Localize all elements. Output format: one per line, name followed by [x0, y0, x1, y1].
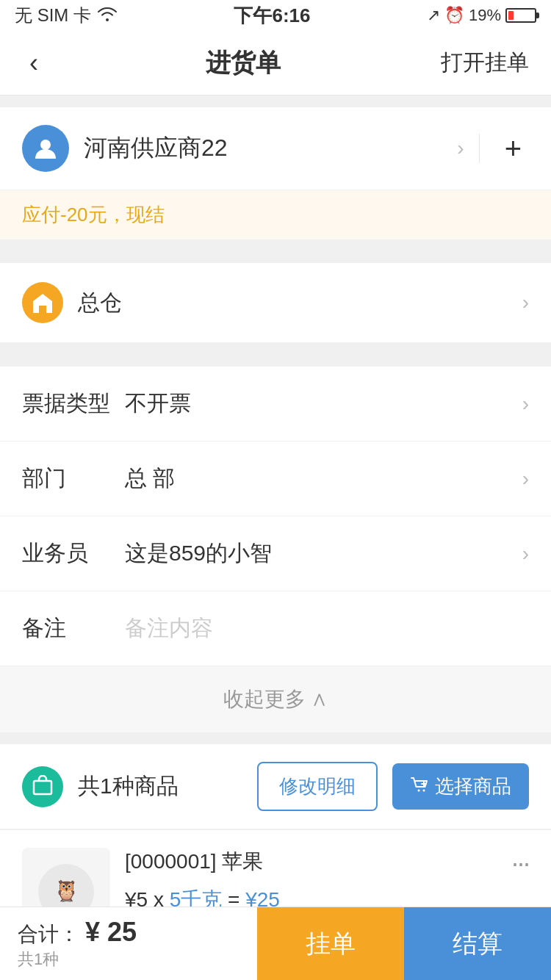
notice-bar: 应付-20元，现结	[0, 190, 551, 239]
salesperson-chevron-icon: ›	[522, 542, 529, 566]
product-header: 共1种商品 修改明细 选择商品	[0, 744, 551, 829]
warehouse-name: 总仓	[78, 288, 522, 318]
back-button[interactable]: ‹	[22, 40, 46, 86]
collapse-label: 收起更多 ∧	[223, 688, 328, 710]
alarm-icon: ⏰	[444, 6, 464, 25]
remark-label: 备注	[22, 613, 125, 644]
notice-text: 应付-20元，现结	[22, 203, 165, 226]
form-section: 票据类型 不开票 › 部门 总 部 › 业务员 这是859的小智 › 备注 备注…	[0, 355, 551, 666]
product-name: [0000001] 苹果	[125, 848, 497, 876]
status-bar: 无 SIM 卡 下午6:16 ↗ ⏰ 19%	[0, 0, 551, 31]
remark-row[interactable]: 备注 备注内容	[0, 591, 551, 666]
product-count: 共1种商品	[78, 771, 242, 801]
svg-text:🦉: 🦉	[54, 879, 79, 903]
department-value: 总 部	[125, 464, 515, 494]
product-code: [0000001]	[125, 850, 222, 873]
department-row[interactable]: 部门 总 部 ›	[0, 442, 551, 516]
invoice-type-value: 不开票	[125, 389, 515, 419]
page-title: 进货单	[206, 46, 281, 80]
supplier-avatar	[22, 125, 69, 172]
salesperson-value: 这是859的小智	[125, 538, 515, 569]
salesperson-row[interactable]: 业务员 这是859的小智 ›	[0, 516, 551, 591]
status-left: 无 SIM 卡	[15, 4, 118, 27]
edit-detail-button[interactable]: 修改明细	[257, 762, 378, 811]
warehouse-chevron-icon: ›	[522, 291, 529, 314]
salesperson-label: 业务员	[22, 538, 125, 569]
supplier-chevron-icon: ›	[457, 137, 464, 160]
battery-icon	[505, 8, 536, 23]
svg-rect-2	[34, 781, 51, 794]
svg-point-3	[418, 790, 420, 792]
wifi-icon	[97, 5, 118, 26]
location-icon: ↗	[427, 6, 440, 25]
select-product-button[interactable]: 选择商品	[392, 763, 529, 810]
supplier-row[interactable]: 河南供应商22 › +	[0, 107, 551, 190]
product-info: [0000001] 苹果 ¥5 x 5千克 = ¥25	[125, 848, 497, 914]
total-row: 合计： ¥ 25	[18, 917, 240, 948]
open-hang-button[interactable]: 打开挂单	[441, 48, 529, 78]
department-label: 部门	[22, 464, 125, 494]
invoice-type-row[interactable]: 票据类型 不开票 ›	[0, 367, 551, 442]
add-supplier-button[interactable]: +	[497, 132, 529, 165]
svg-point-4	[423, 790, 425, 792]
svg-rect-1	[39, 306, 46, 313]
invoice-type-chevron-icon: ›	[522, 392, 529, 416]
warehouse-row[interactable]: 总仓 ›	[0, 263, 551, 343]
status-time: 下午6:16	[234, 3, 310, 29]
supplier-name: 河南供应商22	[84, 132, 457, 165]
hang-button[interactable]: 挂单	[257, 907, 404, 980]
product-title: 苹果	[222, 850, 263, 873]
remark-placeholder[interactable]: 备注内容	[125, 613, 529, 644]
total-amount: ¥ 25	[85, 917, 137, 948]
status-right: ↗ ⏰ 19%	[427, 6, 536, 25]
nav-bar: ‹ 进货单 打开挂单	[0, 31, 551, 96]
svg-point-0	[40, 140, 51, 150]
product-section-icon	[22, 766, 63, 807]
battery-percent: 19%	[469, 6, 501, 25]
supplier-section: 河南供应商22 › + 应付-20元，现结	[0, 107, 551, 239]
bottom-bar: 合计： ¥ 25 共1种 挂单 结算	[0, 907, 551, 980]
more-options-button[interactable]: ···	[511, 848, 529, 879]
total-label: 合计：	[18, 920, 79, 948]
select-product-icon	[410, 775, 429, 798]
settle-button[interactable]: 结算	[404, 907, 551, 980]
total-section: 合计： ¥ 25 共1种	[0, 907, 257, 980]
total-sub: 共1种	[18, 948, 240, 970]
warehouse-icon	[22, 282, 63, 323]
divider	[479, 134, 480, 163]
invoice-type-label: 票据类型	[22, 389, 125, 419]
carrier-label: 无 SIM 卡	[15, 4, 91, 27]
department-chevron-icon: ›	[522, 467, 529, 491]
collapse-row[interactable]: 收起更多 ∧	[0, 666, 551, 732]
warehouse-section: 总仓 ›	[0, 251, 551, 343]
select-product-label: 选择商品	[435, 774, 511, 799]
